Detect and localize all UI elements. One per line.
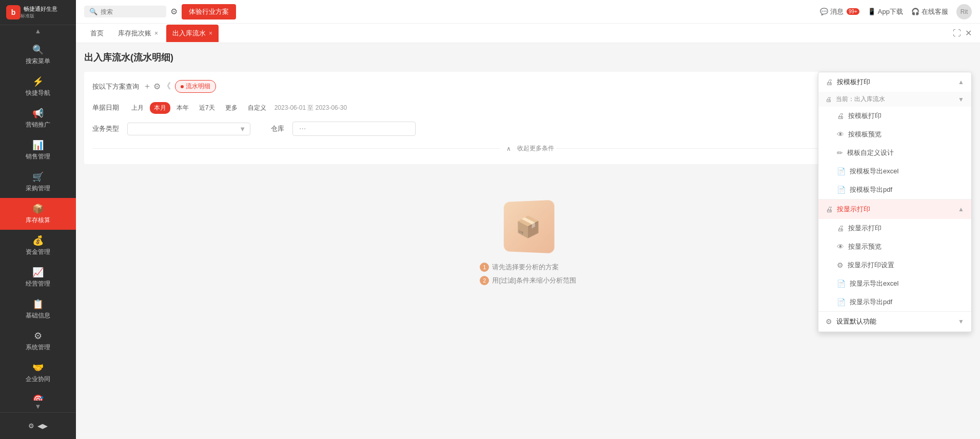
- template-preview-item[interactable]: 👁 按模板预览: [818, 125, 971, 144]
- message-badge: 99+: [847, 8, 859, 15]
- date-btn-more[interactable]: 更多: [221, 102, 242, 114]
- biz-type-select[interactable]: ▼: [127, 123, 250, 135]
- sidebar-nav: 🔍 搜索菜单 ⚡ 快捷导航 📢 营销推广 📊 销售管理 🛒 采购管理 📦 库存核…: [0, 37, 76, 401]
- tab-batch[interactable]: 库存批次账 ×: [112, 25, 164, 42]
- display-preview-item[interactable]: 👁 按显示预览: [818, 237, 971, 256]
- logo-icon: b: [6, 5, 21, 19]
- template-print-item[interactable]: 🖨 按模板打印: [818, 107, 971, 125]
- sidebar-bottom: ⚙ ◀▶: [0, 412, 76, 439]
- app-download-btn[interactable]: 📱 App下载: [868, 7, 903, 16]
- hint-num-1: 1: [480, 263, 489, 272]
- display-print-header[interactable]: 🖨 按显示打印 ▲: [818, 199, 971, 219]
- template-sub-label: 🖨 当前：出入库流水 ▼: [818, 92, 971, 107]
- tab-home[interactable]: 首页: [84, 25, 110, 42]
- printer-icon-1: 🖨: [826, 78, 833, 86]
- template-section-arrow-up: ▲: [958, 78, 964, 86]
- design-icon: ✏: [837, 149, 843, 157]
- warehouse-label: 仓库: [271, 124, 284, 133]
- sales-icon: 📊: [32, 139, 44, 151]
- header-gear-btn[interactable]: ⚙: [170, 7, 178, 16]
- template-print-header[interactable]: 🖨 按模板打印 ▲: [818, 72, 971, 92]
- top-header: 🔍 ⚙ 体验行业方案 💬 消息 99+ 📱 App下载 🎧 在线客服 Rit: [76, 0, 980, 24]
- basic-icon: 📋: [32, 298, 44, 310]
- date-btn-this-year[interactable]: 本年: [172, 102, 193, 114]
- sidebar-item-search[interactable]: 🔍 搜索菜单: [0, 39, 76, 71]
- filter-add-btn[interactable]: ＋: [143, 81, 151, 92]
- purchase-icon: 🛒: [32, 171, 44, 183]
- sidebar-scroll-down[interactable]: ▼: [0, 401, 76, 412]
- sidebar-item-basic[interactable]: 📋 基础信息: [0, 293, 76, 325]
- sidebar-item-finance[interactable]: 💰 资金管理: [0, 230, 76, 262]
- sidebar-item-guide[interactable]: 🎯 新手引导: [0, 389, 76, 401]
- inventory-icon: 📦: [32, 203, 44, 214]
- sidebar-item-sales[interactable]: 📊 销售管理: [0, 134, 76, 166]
- download-icon: 📱: [868, 8, 876, 15]
- settings-icon: ⚙: [28, 422, 34, 430]
- template-custom-item[interactable]: ✏ 模板自定义设计: [818, 144, 971, 162]
- sidebar-scroll-up[interactable]: ▲: [0, 25, 76, 37]
- empty-hint-1: 1 请先选择要分析的方案: [480, 263, 576, 272]
- tab-flow[interactable]: 出入库流水 ×: [166, 25, 219, 42]
- pdf-icon-2: 📄: [837, 298, 846, 306]
- template-pdf-item[interactable]: 📄 按模板导出pdf: [818, 181, 971, 199]
- warehouse-more-btn[interactable]: ···: [299, 124, 306, 133]
- settings-icon-2: ⚙: [837, 261, 844, 269]
- display-excel-item[interactable]: 📄 按显示导出excel: [818, 274, 971, 293]
- display-section-arrow-up: ▲: [958, 206, 964, 213]
- service-icon: 🎧: [911, 8, 919, 15]
- preview-icon-1: 👁: [837, 130, 844, 138]
- sidebar-toggle-icon: ◀▶: [37, 422, 48, 430]
- date-btn-7days[interactable]: 近7天: [195, 102, 219, 114]
- date-btn-last-month[interactable]: 上月: [127, 102, 148, 114]
- message-icon: 💬: [820, 8, 828, 15]
- display-print-settings-item[interactable]: ⚙ 按显示打印设置: [818, 256, 971, 274]
- sidebar-item-operations[interactable]: 📈 经营管理: [0, 262, 76, 293]
- messages-btn[interactable]: 💬 消息 99+: [820, 7, 859, 16]
- sidebar-item-collab[interactable]: 🤝 企业协同: [0, 357, 76, 389]
- printer-icon-2: 🖨: [837, 112, 844, 120]
- sidebar-item-marketing[interactable]: 📢 营销推广: [0, 103, 76, 134]
- display-print-item[interactable]: 🖨 按显示打印: [818, 219, 971, 237]
- set-default-header[interactable]: ⚙ 设置默认功能 ▼: [818, 312, 971, 331]
- filter-dot: [181, 85, 184, 88]
- filter-gear-btn[interactable]: ⚙: [153, 82, 161, 91]
- logo-text: 畅捷通好生意 标准版: [21, 5, 57, 19]
- sidebar-item-system[interactable]: ⚙ 系统管理: [0, 325, 76, 357]
- date-btn-this-month[interactable]: 本月: [150, 102, 170, 114]
- display-pdf-item[interactable]: 📄 按显示导出pdf: [818, 293, 971, 311]
- tab-maximize-btn[interactable]: ⛶: [953, 29, 961, 38]
- user-avatar[interactable]: Rit: [956, 4, 972, 19]
- header-search-box[interactable]: 🔍: [84, 6, 166, 17]
- display-print-section: 🖨 按显示打印 ▲ 🖨 按显示打印 👁 按显示预览 ⚙ 按显示打印设置: [818, 199, 971, 312]
- sidebar-item-purchase[interactable]: 🛒 采购管理: [0, 166, 76, 198]
- tab-close-all-btn[interactable]: ✕: [965, 28, 972, 38]
- date-options: 上月 本月 本年 近7天 更多 自定义 2023-06-01 至 2023-06…: [127, 102, 347, 114]
- filter-label: 按以下方案查询: [92, 82, 139, 91]
- date-btn-custom[interactable]: 自定义: [244, 102, 270, 114]
- empty-illustration: 📦: [504, 200, 555, 254]
- online-service-btn[interactable]: 🎧 在线客服: [911, 7, 948, 16]
- industry-btn[interactable]: 体验行业方案: [182, 4, 236, 19]
- tab-close-flow[interactable]: ×: [209, 30, 212, 37]
- sidebar-item-shortcut[interactable]: ⚡ 快捷导航: [0, 71, 76, 103]
- tabs-bar: 首页 库存批次账 × 出入库流水 × ⛶ ✕: [76, 24, 980, 43]
- guide-icon: 🎯: [32, 394, 44, 401]
- active-filter-tag[interactable]: 流水明细: [175, 80, 216, 93]
- tabs-right: ⛶ ✕: [953, 28, 972, 38]
- default-section-arrow-down: ▼: [958, 318, 964, 325]
- page-title: 出入库流水(流水明细): [84, 51, 972, 64]
- header-actions: ⚙ 体验行业方案: [170, 4, 236, 19]
- preview-icon-2: 👁: [837, 243, 844, 251]
- template-excel-item[interactable]: 📄 按模板导出excel: [818, 162, 971, 181]
- sub-label-arrow[interactable]: ▼: [958, 96, 964, 103]
- marketing-icon: 📢: [32, 108, 44, 119]
- filter-left-collapse-btn[interactable]: 《: [163, 81, 171, 92]
- sidebar-item-inventory[interactable]: 📦 库存核算: [0, 198, 76, 230]
- printer-icon-3: 🖨: [826, 205, 833, 213]
- tab-close-batch[interactable]: ×: [154, 30, 158, 37]
- warehouse-select[interactable]: ···: [292, 122, 416, 136]
- search-input[interactable]: [101, 8, 157, 15]
- header-right: 💬 消息 99+ 📱 App下载 🎧 在线客服 Rit: [820, 4, 972, 19]
- date-field-label: 单据日期: [92, 103, 119, 112]
- sidebar-settings-btn[interactable]: ⚙ ◀▶: [0, 417, 76, 435]
